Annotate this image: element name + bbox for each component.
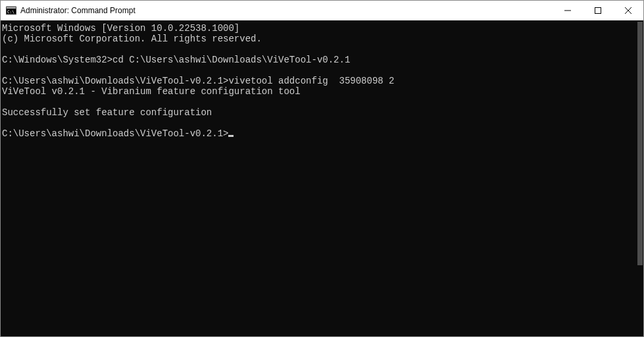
cmd-icon: C:\ xyxy=(6,5,16,16)
maximize-button[interactable] xyxy=(583,1,613,20)
cursor xyxy=(228,135,234,137)
minimize-button[interactable] xyxy=(553,1,583,20)
terminal-area: Microsoft Windows [Version 10.0.22538.10… xyxy=(1,20,643,336)
terminal-line: C:\Windows\System32>cd C:\Users\ashwi\Do… xyxy=(2,55,635,65)
terminal-line xyxy=(2,118,635,128)
terminal-line: ViVeTool v0.2.1 - Vibranium feature conf… xyxy=(2,86,635,97)
terminal-output[interactable]: Microsoft Windows [Version 10.0.22538.10… xyxy=(1,20,637,336)
window-controls xyxy=(553,1,643,20)
terminal-line xyxy=(2,44,635,55)
terminal-line: Microsoft Windows [Version 10.0.22538.10… xyxy=(2,23,635,34)
command-prompt-window: C:\ Administrator: Command Prompt Micros… xyxy=(0,0,644,337)
terminal-line: C:\Users\ashwi\Downloads\ViVeTool-v0.2.1… xyxy=(2,128,635,139)
titlebar[interactable]: C:\ Administrator: Command Prompt xyxy=(1,1,643,20)
terminal-line: C:\Users\ashwi\Downloads\ViVeTool-v0.2.1… xyxy=(2,76,635,86)
close-button[interactable] xyxy=(613,1,643,20)
terminal-line xyxy=(2,65,635,76)
terminal-line xyxy=(2,97,635,107)
terminal-line: (c) Microsoft Corporation. All rights re… xyxy=(2,34,635,44)
svg-text:C:\: C:\ xyxy=(7,9,14,14)
scrollbar[interactable] xyxy=(637,20,643,336)
svg-rect-1 xyxy=(7,7,16,9)
svg-rect-4 xyxy=(595,8,601,14)
scrollbar-thumb[interactable] xyxy=(637,22,643,265)
terminal-line: Successfully set feature configuration xyxy=(2,107,635,118)
window-title: Administrator: Command Prompt xyxy=(20,6,136,15)
